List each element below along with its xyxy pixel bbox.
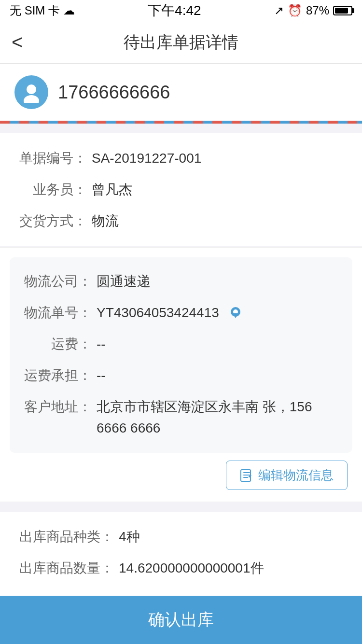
address-row: 客户地址： 北京市市辖区海淀区永丰南 张，156 6666 6666 — [24, 396, 338, 440]
order-number-value: SA-20191227-001 — [92, 148, 343, 169]
location-icon: ↗ — [274, 4, 284, 17]
goods-quantity-value: 14.620000000000001件 — [119, 558, 343, 579]
svg-point-0 — [27, 84, 36, 94]
logistics-info-section: 物流公司： 圆通速递 物流单号： YT43064053424413 运费： --… — [10, 257, 352, 453]
person-icon — [21, 82, 42, 103]
back-chevron-icon: < — [12, 31, 23, 53]
delivery-method-value: 物流 — [92, 210, 343, 232]
svg-point-1 — [24, 95, 39, 103]
logistics-company-label: 物流公司： — [24, 271, 92, 293]
battery-percent: 87% — [306, 4, 329, 17]
sales-person-row: 业务员： 曾凡杰 — [19, 179, 343, 201]
status-left: 无 SIM 卡 ☁ — [10, 3, 75, 18]
logistics-company-row: 物流公司： 圆通速递 — [24, 271, 338, 293]
dashed-separator — [0, 121, 362, 124]
status-right: ↗ ⏰ 87% — [274, 4, 352, 17]
battery-icon — [333, 6, 352, 15]
freight-label: 运费： — [24, 334, 92, 355]
address-value: 北京市市辖区海淀区永丰南 张，156 6666 6666 — [97, 396, 338, 440]
tracking-number-value: YT43064053424413 — [97, 302, 338, 324]
status-time: 下午4:42 — [148, 1, 201, 20]
goods-types-label: 出库商品种类： — [19, 526, 114, 548]
delivery-method-label: 交货方式： — [19, 210, 87, 232]
map-pin-icon — [227, 305, 244, 322]
back-button[interactable]: < — [12, 31, 23, 53]
order-number-label: 单据编号： — [19, 148, 87, 169]
freight-bearer-label: 运费承担： — [24, 365, 92, 387]
logistics-company-value: 圆通速递 — [97, 271, 338, 293]
confirm-button[interactable]: 确认出库 — [0, 596, 362, 644]
goods-info-section: 出库商品种类： 4种 出库商品数量： 14.620000000000001件 — [0, 512, 362, 594]
page-title: 待出库单据详情 — [124, 31, 238, 54]
edit-logistics-label: 编辑物流信息 — [258, 467, 334, 484]
customer-phone: 17666666666 — [58, 82, 170, 103]
goods-quantity-row: 出库商品数量： 14.620000000000001件 — [19, 558, 343, 579]
customer-header: 17666666666 — [0, 64, 362, 121]
delivery-method-row: 交货方式： 物流 — [19, 210, 343, 232]
section-divider — [0, 502, 362, 512]
freight-row: 运费： -- — [24, 334, 338, 355]
nav-bar: < 待出库单据详情 — [0, 21, 362, 64]
sim-label: 无 SIM 卡 ☁ — [10, 3, 75, 18]
freight-value: -- — [97, 334, 338, 355]
edit-logistics-button[interactable]: 编辑物流信息 — [226, 461, 348, 490]
edit-logistics-area: 编辑物流信息 — [0, 453, 362, 502]
avatar — [14, 75, 48, 109]
address-label: 客户地址： — [24, 396, 92, 418]
freight-bearer-value: -- — [97, 365, 338, 387]
sales-person-label: 业务员： — [19, 179, 87, 201]
goods-types-row: 出库商品种类： 4种 — [19, 526, 343, 548]
freight-bearer-row: 运费承担： -- — [24, 365, 338, 387]
sales-person-value: 曾凡杰 — [92, 179, 343, 201]
tracking-number-label: 物流单号： — [24, 302, 92, 324]
confirm-button-label: 确认出库 — [148, 609, 214, 631]
tracking-number-row: 物流单号： YT43064053424413 — [24, 302, 338, 324]
order-number-row: 单据编号： SA-20191227-001 — [19, 148, 343, 169]
edit-icon — [240, 469, 253, 482]
goods-types-value: 4种 — [119, 526, 343, 548]
alarm-icon: ⏰ — [288, 4, 302, 17]
goods-quantity-label: 出库商品数量： — [19, 558, 114, 579]
order-info-section: 单据编号： SA-20191227-001 业务员： 曾凡杰 交货方式： 物流 — [0, 133, 362, 246]
status-bar: 无 SIM 卡 ☁ 下午4:42 ↗ ⏰ 87% — [0, 0, 362, 21]
